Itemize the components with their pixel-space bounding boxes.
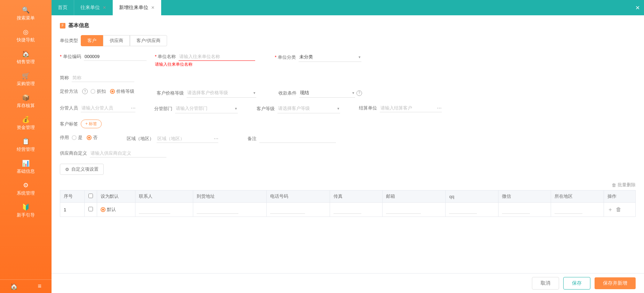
region-ellipsis-icon[interactable]: ··· (214, 136, 218, 141)
address-input[interactable] (197, 205, 238, 214)
unit-type-label: 单位类型 (60, 38, 78, 44)
custom-settings-button[interactable]: ⚙ 自定义项设置 (60, 164, 104, 175)
save-button[interactable]: 保存 (563, 277, 590, 290)
wechat-input[interactable] (502, 205, 530, 214)
unit-name-input[interactable] (179, 52, 255, 61)
unit-type-buttons: 客户 供应商 客户/供应商 (81, 35, 167, 46)
unit-category-select[interactable]: 未分类 ▾ (299, 52, 361, 62)
sidebar-item-inventory[interactable]: 📦 库存核算 (0, 90, 52, 112)
tab-home[interactable]: 首页 (52, 0, 74, 15)
department-select[interactable]: 请输入分管部门 ▾ (175, 104, 238, 113)
batch-delete-button[interactable]: 🗑 批量删除 (612, 182, 636, 188)
manager-label: 分管人员 (60, 105, 78, 111)
section-title: 基本信息 (68, 22, 89, 29)
unit-code-group: 单位编码 (60, 52, 147, 61)
tab-new-partner-close-icon[interactable]: ✕ (151, 5, 155, 10)
radio-disabled-no[interactable]: 否 (87, 135, 97, 141)
disabled-region-row: 停用 是 否 区域（地区） ··· (60, 135, 636, 143)
home-bottom-icon[interactable]: 🏠 (10, 283, 18, 290)
td-fax (330, 203, 382, 217)
default-radio[interactable]: 默认 (101, 206, 131, 213)
supplier-custom-input[interactable] (90, 149, 166, 157)
tab-new-partner[interactable]: 新增往来单位 ✕ (113, 0, 161, 15)
radio-disabled-yes[interactable]: 是 (72, 135, 83, 141)
phone-input[interactable] (270, 205, 305, 214)
td-default: 默认 (97, 203, 135, 217)
unit-category-value: 未分类 (299, 54, 357, 60)
tab-partners-close-icon[interactable]: ✕ (103, 5, 106, 10)
radio-price-level[interactable]: 价格等级 (110, 88, 134, 95)
sidebar-item-basic-info[interactable]: 📊 基础信息 (0, 156, 52, 178)
select-all-checkbox[interactable] (88, 194, 93, 198)
qq-input[interactable] (449, 205, 477, 214)
fax-input[interactable] (333, 205, 361, 214)
settlement-unit-input[interactable] (380, 104, 435, 112)
radio-discount[interactable]: 折扣 (91, 88, 106, 95)
td-region (551, 203, 604, 217)
sidebar-item-search[interactable]: 🔍 搜索菜单 (0, 3, 52, 25)
td-contact (135, 203, 193, 217)
unit-btn-customer[interactable]: 客户 (81, 35, 103, 46)
department-label: 分管部门 (154, 106, 172, 112)
sidebar-item-sales[interactable]: 🏠 销售管理 (0, 47, 52, 68)
row-checkbox[interactable] (88, 207, 93, 211)
email-input[interactable] (386, 205, 421, 214)
unit-btn-both[interactable]: 客户/供应商 (130, 35, 167, 46)
remark-input[interactable] (259, 135, 336, 143)
settlement-unit-ellipsis-icon[interactable]: ··· (437, 105, 441, 111)
td-action: ＋ 🗑 (604, 203, 635, 217)
sidebar-item-label: 采购管理 (17, 81, 35, 87)
add-tag-button[interactable]: + 标签 (81, 120, 102, 128)
td-email (383, 203, 446, 217)
pricing-method-label: 定价方法 (60, 88, 78, 95)
sidebar-item-system[interactable]: ⚙ 系统管理 (0, 178, 52, 200)
customer-price-level-select[interactable]: 请选择客户价格等级 ▾ (187, 88, 256, 98)
tab-partners[interactable]: 往来单位 ✕ (74, 0, 113, 15)
save-and-new-button[interactable]: 保存并新增 (595, 277, 636, 289)
department-placeholder: 请输入分管部门 (176, 105, 234, 112)
row-region-input[interactable] (555, 205, 582, 214)
add-row-icon[interactable]: ＋ (607, 206, 613, 213)
pricing-method-help-icon[interactable]: ? (82, 89, 88, 94)
manager-ellipsis-icon[interactable]: ··· (131, 105, 135, 111)
customer-level-select[interactable]: 请选择客户等级 ▾ (277, 104, 340, 113)
batch-delete-area: 🗑 批量删除 (60, 182, 636, 188)
th-region: 所在地区 (551, 190, 604, 203)
unit-category-group: 单位分类 未分类 ▾ (275, 52, 361, 62)
unit-category-label: 单位分类 (275, 54, 296, 60)
manager-input[interactable] (81, 104, 129, 112)
customer-level-arrow-icon: ▾ (337, 106, 339, 111)
default-radio-circle (101, 207, 105, 212)
sidebar-item-purchase[interactable]: 🛒 采购管理 (0, 68, 52, 90)
inventory-icon: 📦 (22, 94, 30, 101)
disabled-radio-group: 是 否 (72, 135, 97, 141)
th-email: 邮箱 (383, 190, 446, 203)
payment-terms-select[interactable]: 现结 ▾ (299, 88, 355, 98)
region-input-wrapper: ··· (157, 135, 218, 143)
region-label: 区域（地区） (127, 136, 154, 142)
unit-btn-supplier[interactable]: 供应商 (103, 35, 130, 46)
customer-price-level-group: 客户价格等级 请选择客户价格等级 ▾ (157, 88, 256, 98)
tab-bar-close-icon[interactable]: ✕ (635, 5, 640, 11)
customer-tag-group: 客户标签 + 标签 (60, 120, 102, 128)
sidebar-item-operations[interactable]: 📋 经营管理 (0, 134, 52, 156)
payment-terms-label: 收款条件 (278, 90, 297, 96)
section-header: F 基本信息 (60, 22, 636, 29)
sidebar-item-guide[interactable]: 🔰 新手引导 (0, 200, 52, 222)
sidebar-item-finance[interactable]: 💰 资金管理 (0, 112, 52, 134)
delete-row-icon[interactable]: 🗑 (616, 206, 621, 213)
payment-terms-help-icon[interactable]: ? (356, 90, 362, 96)
cancel-button[interactable]: 取消 (532, 277, 559, 290)
unit-code-input[interactable] (84, 52, 147, 61)
contact-input[interactable] (139, 205, 170, 214)
sidebar-item-label: 基础信息 (17, 168, 35, 174)
region-input[interactable] (157, 135, 212, 143)
unit-name-label: 单位名称 (155, 54, 176, 60)
bars-bottom-icon[interactable]: ≡ (38, 283, 42, 290)
short-name-input[interactable] (72, 74, 134, 82)
settlement-unit-input-wrapper: ··· (380, 104, 441, 112)
customer-level-label: 客户等级 (257, 106, 275, 112)
sidebar-item-quick-nav[interactable]: ◎ 快捷导航 (0, 25, 52, 47)
tab-new-partner-label: 新增往来单位 (119, 5, 148, 11)
customer-price-level-label: 客户价格等级 (157, 90, 184, 96)
